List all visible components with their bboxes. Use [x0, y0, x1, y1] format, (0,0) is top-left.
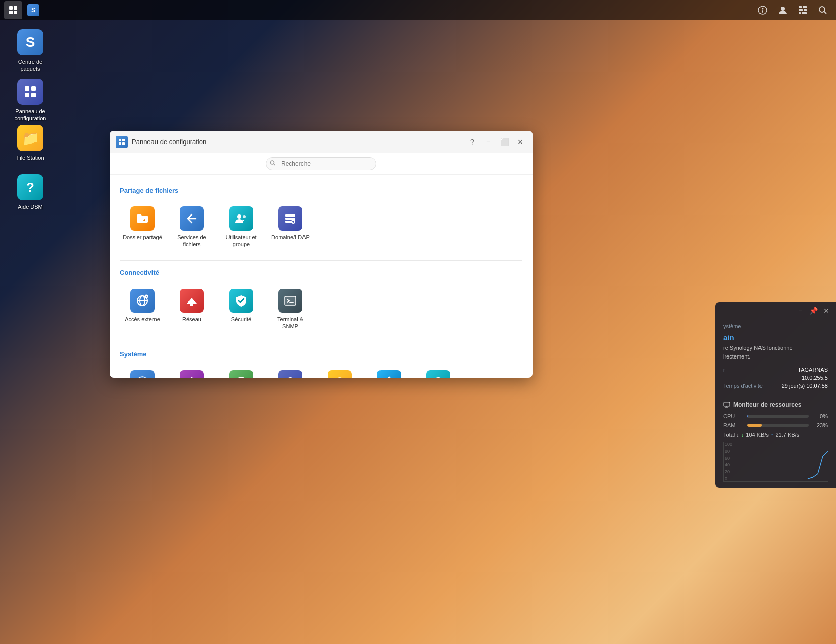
cp-help-btn[interactable]: ? [466, 136, 478, 148]
dossier-partage-label: Dossier partagé [123, 234, 162, 241]
svg-rect-12 [799, 12, 801, 14]
cp-title: Panneau de configuration [132, 138, 466, 146]
svg-point-27 [237, 214, 241, 219]
cp-item-options-regionales[interactable]: Options régionales [218, 366, 264, 378]
rp-section-label: ystème [723, 323, 828, 329]
desktop-icon-aide-dsm[interactable]: ? Aide DSM [10, 170, 50, 214]
svg-rect-23 [122, 142, 125, 145]
cp-item-materiel-alimentation[interactable]: Matériel et alimentation [317, 366, 362, 378]
cp-search-input[interactable] [266, 157, 376, 170]
cp-close-btn[interactable]: ✕ [514, 136, 526, 148]
rp-ip-row: 10.0.255.5 [723, 375, 828, 381]
domaine-ldap-icon [278, 206, 302, 231]
svg-point-5 [762, 8, 764, 10]
rp-cpu-metric: CPU 0% [723, 413, 828, 419]
synology-app-button[interactable]: S [24, 1, 42, 19]
cp-item-acces-externe[interactable]: Accès externe [120, 284, 165, 334]
apps-button[interactable] [4, 1, 22, 19]
services-fichiers-label: Services de fichiers [171, 234, 212, 248]
desktop: S [0, 0, 836, 644]
cp-restore-btn[interactable]: ⬜ [498, 136, 510, 148]
reseau-icon [180, 289, 204, 313]
svg-rect-11 [804, 9, 807, 11]
svg-point-7 [781, 7, 785, 11]
svg-rect-0 [9, 6, 13, 10]
panneau-label: Panneau de configuration [12, 108, 48, 122]
cp-item-securite[interactable]: Sécurité [218, 284, 264, 334]
rp-main-title: ain [723, 333, 828, 342]
notification-icon [278, 370, 302, 378]
rp-chart: 100 80 60 40 20 0 [723, 442, 828, 482]
cp-item-peripheriques-externes[interactable]: Périphériques externes [366, 366, 412, 378]
rp-close-btn[interactable]: ✕ [821, 305, 832, 316]
cp-item-centre-infos[interactable]: Centre d'infos [120, 366, 165, 378]
cp-item-notification[interactable]: Notification [268, 366, 313, 378]
file-station-icon: 📁 [17, 125, 43, 151]
rp-monitor: Moniteur de ressources CPU 0% RAM 23% To… [715, 397, 836, 488]
cp-item-mise-a-jour[interactable]: Mise à jour et restauration [416, 366, 461, 378]
search-taskbar-icon[interactable] [814, 1, 832, 19]
cp-item-reseau[interactable]: Réseau [169, 284, 214, 334]
cp-item-portail-connexion[interactable]: Portail de connexion [169, 366, 214, 378]
centre-paquets-icon: S [17, 29, 43, 55]
rp-ram-fill [747, 424, 762, 427]
securite-icon [229, 289, 253, 313]
desktop-icon-centre-paquets[interactable]: S Centre de paquets [10, 25, 50, 77]
cp-item-terminal-snmp[interactable]: Terminal & SNMP [268, 284, 313, 334]
svg-rect-10 [799, 9, 803, 11]
utilisateur-groupe-label: Utilisateur et groupe [220, 234, 262, 248]
rp-uptime-key: Temps d'activité [723, 383, 763, 389]
file-station-label: File Station [16, 154, 44, 161]
svg-rect-13 [802, 12, 807, 14]
notification-icon[interactable] [753, 1, 772, 19]
svg-line-15 [824, 12, 827, 14]
dossier-partage-icon [130, 206, 155, 231]
svg-rect-3 [14, 11, 17, 14]
cp-window-controls: ? − ⬜ ✕ [466, 136, 526, 148]
services-fichiers-icon [180, 206, 204, 231]
rp-content: ystème ain re Synology NAS fonctionneire… [715, 319, 836, 397]
rp-hostname-value: TAGARNAS [798, 367, 828, 373]
cp-item-utilisateur-groupe[interactable]: Utilisateur et groupe [218, 202, 264, 252]
divider-1 [120, 260, 522, 261]
systeme-grid: Centre d'infos Portail de connexion [120, 366, 522, 378]
svg-point-24 [271, 161, 274, 164]
rp-monitor-title: Moniteur de ressources [723, 401, 828, 408]
securite-label: Sécurité [231, 316, 251, 323]
rp-network-row: Total ↓ ↓ 104 KB/s ↑ 21.7 KB/s [723, 432, 828, 438]
rp-description: re Synology NAS fonctionneirectement. [723, 344, 828, 361]
svg-rect-39 [193, 301, 195, 303]
desktop-icon-panneau[interactable]: Panneau de configuration [10, 75, 50, 126]
rp-cpu-track [747, 415, 809, 418]
acces-externe-label: Accès externe [125, 316, 160, 323]
cp-minimize-btn[interactable]: − [482, 136, 494, 148]
rp-minimize-btn[interactable]: − [795, 305, 806, 316]
svg-rect-1 [14, 6, 17, 10]
section-systeme: Système Centre d'infos [120, 350, 522, 378]
rp-cpu-value: 0% [813, 413, 828, 419]
cp-item-domaine-ldap[interactable]: Domaine/LDAP [268, 202, 313, 252]
rp-hostname-row: r TAGARNAS [723, 367, 828, 373]
user-icon[interactable] [774, 1, 792, 19]
centre-infos-icon [130, 370, 155, 378]
rp-down-arrow: ↓ [741, 432, 744, 438]
cp-item-services-fichiers[interactable]: Services de fichiers [169, 202, 214, 252]
desktop-icon-file-station[interactable]: 📁 File Station [10, 121, 50, 165]
cp-item-dossier-partage[interactable]: Dossier partagé [120, 202, 165, 252]
right-panel: − 📌 ✕ ystème ain re Synology NAS fonctio… [715, 302, 836, 488]
rp-cpu-fill [747, 415, 748, 418]
cp-window-icon [116, 136, 128, 148]
utilisateur-groupe-icon [229, 206, 253, 231]
terminal-snmp-label: Terminal & SNMP [270, 316, 311, 330]
cp-titlebar: Panneau de configuration ? − ⬜ ✕ [110, 131, 533, 153]
section-systeme-title: Système [120, 350, 522, 358]
svg-point-28 [243, 215, 246, 218]
rp-ip-value: 10.0.255.5 [802, 375, 828, 381]
section-partage-title: Partage de fichiers [120, 187, 522, 194]
rp-hostname-key: r [723, 367, 725, 373]
svg-line-25 [274, 164, 275, 165]
rp-pin-btn[interactable]: 📌 [808, 305, 819, 316]
aide-dsm-icon: ? [17, 174, 43, 200]
grid-icon[interactable] [794, 1, 812, 19]
svg-rect-20 [119, 139, 121, 141]
